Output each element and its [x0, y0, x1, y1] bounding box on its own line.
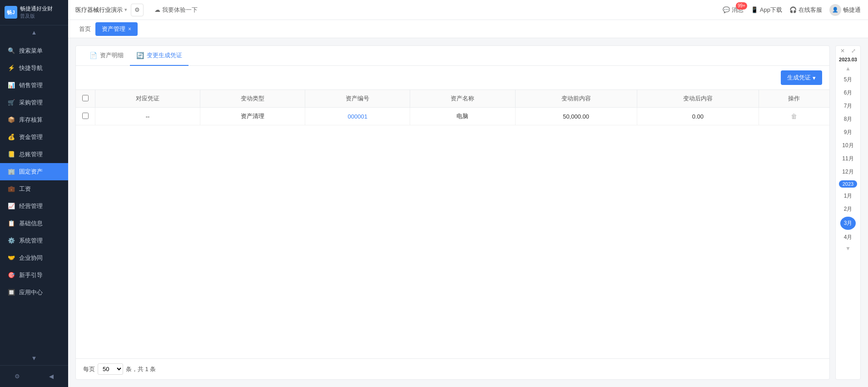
sidebar-item-purchase[interactable]: 🛒 采购管理 — [0, 94, 68, 111]
cal-month-1[interactable]: 1月 — [836, 189, 860, 203]
generate-voucher-button[interactable]: 生成凭证 ▾ — [781, 70, 822, 85]
col-asset-name: 资产名称 — [410, 90, 515, 108]
cal-month-4[interactable]: 4月 — [836, 231, 860, 244]
calendar-panel: ✕ ⤢ 2023.03 ▲ 5月 6月 7月 8月 9月 10月 11月 12月… — [835, 45, 861, 380]
company-selector[interactable]: 医疗器械行业演示 ▾ — [75, 6, 127, 14]
sidebar-item-sales[interactable]: 📊 销售管理 — [0, 77, 68, 94]
calendar-scroll-down[interactable]: ▼ — [845, 244, 851, 253]
user-name: 畅捷通 — [843, 6, 861, 14]
col-asset-no: 资产编号 — [305, 90, 410, 108]
sidebar-item-label: 销售管理 — [19, 81, 43, 89]
sidebar-collapse-button[interactable]: ◀ — [46, 370, 56, 382]
select-all-checkbox[interactable] — [82, 95, 89, 101]
sidebar-item-operations[interactable]: 📈 经营管理 — [0, 198, 68, 215]
sidebar-item-system[interactable]: ⚙️ 系统管理 — [0, 232, 68, 249]
sidebar-item-funds[interactable]: 💰 资金管理 — [0, 129, 68, 146]
data-table: 对应凭证 变动类型 资产编号 资产名称 变动前内容 变动后内容 操作 — [76, 90, 829, 125]
data-table-wrap: 对应凭证 变动类型 资产编号 资产名称 变动前内容 变动后内容 操作 — [76, 90, 829, 358]
message-button[interactable]: 💬 消息 99+ — [723, 6, 744, 14]
guide-icon: 🎯 — [7, 271, 15, 279]
col-change-type: 变动类型 — [200, 90, 305, 108]
sidebar-item-ledger[interactable]: 📒 总账管理 — [0, 146, 68, 163]
operations-icon: 📈 — [7, 202, 15, 210]
sidebar-settings-button[interactable]: ⚙ — [12, 370, 23, 382]
customer-service-label: 在线客服 — [799, 6, 822, 14]
content-area: 📄 资产明细 🔄 变更生成凭证 生成凭证 ▾ — [68, 38, 868, 387]
sidebar-item-salary[interactable]: 💼 工资 — [0, 180, 68, 198]
download-icon: 📱 — [751, 6, 758, 13]
sidebar-item-label: 新手引导 — [19, 271, 43, 279]
document-icon: 📄 — [89, 52, 97, 59]
tab-asset-detail-label: 资产明细 — [100, 51, 124, 60]
sidebar-item-basics[interactable]: 📋 基础信息 — [0, 215, 68, 232]
sidebar-item-guide[interactable]: 🎯 新手引导 — [0, 267, 68, 284]
sidebar-item-label: 系统管理 — [19, 237, 43, 245]
generate-label: 生成凭证 — [787, 74, 811, 82]
customer-service-button[interactable]: 🎧 在线客服 — [789, 6, 822, 14]
app-download-button[interactable]: 📱 App下载 — [751, 6, 782, 14]
cal-month-8[interactable]: 8月 — [836, 113, 860, 126]
pagination: 每页 10 20 50 100 条，共 1 条 — [76, 358, 829, 379]
purchase-icon: 🛒 — [7, 99, 15, 107]
sidebar-item-search[interactable]: 🔍 搜索菜单 — [0, 42, 68, 60]
calendar-expand-button[interactable]: ⤢ — [848, 46, 858, 56]
cell-operation: 🗑 — [759, 108, 829, 125]
calendar-header-icons: ✕ ⤢ — [836, 46, 860, 56]
cal-month-6[interactable]: 6月 — [836, 86, 860, 99]
experience-button[interactable]: ☁ 我要体验一下 — [154, 6, 198, 14]
cell-change-type: 资产清理 — [200, 108, 305, 125]
tab-asset-management[interactable]: 资产管理 × — [95, 22, 138, 36]
chevron-down-icon: ▾ — [124, 7, 127, 13]
sidebar-nav: 🔍 搜索菜单 ⚡ 快捷导航 📊 销售管理 🛒 采购管理 📦 库存核算 💰 资金管… — [0, 40, 68, 351]
sidebar-scroll-up[interactable]: ▲ — [30, 27, 39, 38]
sidebar-logo: 畅J 畅捷通好业财 普及版 — [0, 0, 68, 25]
cal-month-5[interactable]: 5月 — [836, 73, 860, 86]
cal-month-9[interactable]: 9月 — [836, 126, 860, 139]
sidebar-item-quicknav[interactable]: ⚡ 快捷导航 — [0, 60, 68, 77]
select-all-header — [76, 90, 95, 108]
funds-icon: 💰 — [7, 133, 15, 141]
header-settings-button[interactable]: ⚙ — [131, 4, 144, 16]
cell-after-change: 0.00 — [637, 108, 759, 125]
cal-month-10[interactable]: 10月 — [836, 139, 860, 152]
sidebar-item-label: 经营管理 — [19, 202, 43, 210]
calendar-close-button[interactable]: ✕ — [838, 46, 848, 56]
delete-icon[interactable]: 🗑 — [791, 113, 797, 120]
user-menu[interactable]: 👤 畅捷通 — [829, 4, 861, 16]
cal-month-12[interactable]: 12月 — [836, 165, 860, 179]
toolbar: 生成凭证 ▾ — [76, 66, 829, 90]
sidebar-item-label: 资金管理 — [19, 133, 43, 141]
tab-close-icon[interactable]: × — [128, 26, 131, 32]
sidebar-item-label: 库存核算 — [19, 116, 43, 124]
calendar-scroll-up[interactable]: ▲ — [845, 64, 851, 73]
tab-change-voucher[interactable]: 🔄 变更生成凭证 — [130, 46, 188, 66]
content-panel: 📄 资产明细 🔄 变更生成凭证 生成凭证 ▾ — [75, 45, 830, 380]
per-page-select[interactable]: 10 20 50 100 — [98, 363, 123, 375]
basics-icon: 📋 — [7, 219, 15, 228]
cal-month-3-active[interactable]: 3月 — [840, 217, 856, 230]
sidebar-item-label: 采购管理 — [19, 99, 43, 107]
sidebar-item-inventory[interactable]: 📦 库存核算 — [0, 111, 68, 129]
sidebar-item-label: 基础信息 — [19, 219, 43, 228]
per-page-label: 每页 — [83, 365, 95, 373]
tab-home[interactable]: 首页 — [75, 25, 94, 33]
inventory-icon: 📦 — [7, 116, 15, 124]
sidebar-item-assets[interactable]: 🏢 固定资产 — [0, 163, 68, 180]
cal-month-2[interactable]: 2月 — [836, 203, 860, 216]
cal-month-11[interactable]: 11月 — [836, 152, 860, 165]
tab-asset-detail[interactable]: 📄 资产明细 — [83, 46, 130, 66]
search-icon: 🔍 — [7, 47, 15, 55]
cal-month-7[interactable]: 7月 — [836, 99, 860, 113]
sidebar-bottom: ⚙ ◀ — [0, 365, 68, 387]
apps-icon: 🔲 — [7, 288, 15, 297]
year-badge-2023[interactable]: 2023 — [839, 180, 857, 188]
tab-bar: 首页 资产管理 × — [68, 20, 868, 38]
sidebar-item-enterprise[interactable]: 🤝 企业协同 — [0, 249, 68, 267]
calendar-months: 5月 6月 7月 8月 9月 10月 11月 12月 2023 1月 2月 3月… — [836, 73, 860, 244]
row-checkbox[interactable] — [82, 113, 89, 119]
col-voucher: 对应凭证 — [95, 90, 200, 108]
sidebar-scroll-down[interactable]: ▼ — [30, 353, 39, 363]
sidebar-item-apps[interactable]: 🔲 应用中心 — [0, 284, 68, 301]
col-before-change: 变动前内容 — [515, 90, 637, 108]
message-badge: 99+ — [736, 2, 747, 10]
